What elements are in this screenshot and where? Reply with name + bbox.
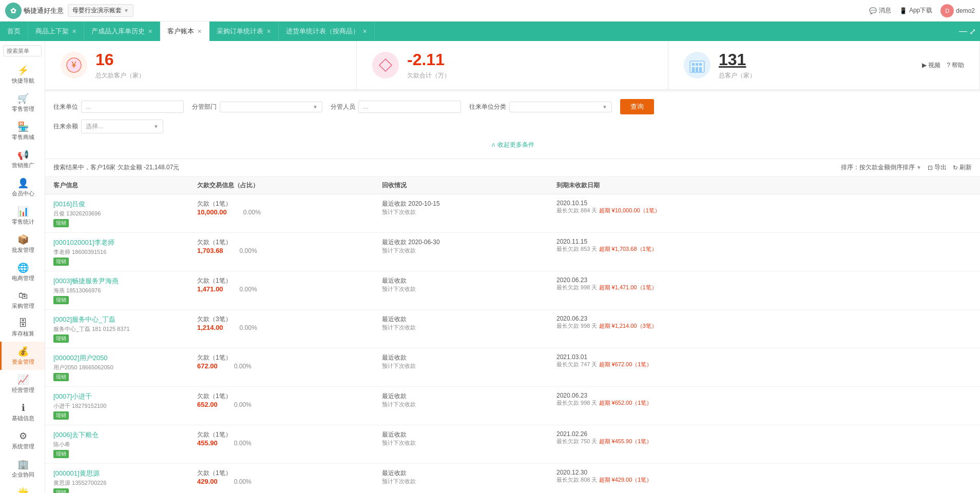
message-btn[interactable]: 💬 消息 <box>869 6 891 15</box>
debt-info-cell: 欠款（1笔） 672.00 0.00% <box>197 353 382 370</box>
overdue-days: 最长欠款 998 天 超期 ¥1,214.00（3笔） <box>556 322 972 330</box>
sidebar-item-inventory[interactable]: 🗄 库存核算 <box>0 314 45 342</box>
sidebar-search-area <box>0 41 45 61</box>
nav-collapse-btn[interactable]: — <box>959 27 967 36</box>
overdue-link[interactable]: 超期 ¥10,000.00（1笔） <box>599 207 660 213</box>
tab-home[interactable]: 首页 <box>0 22 28 41</box>
sidebar-item-label: 营销推广 <box>12 162 34 169</box>
sidebar-item-operations[interactable]: 📈 经营管理 <box>0 370 45 398</box>
filter-dept: 分管部门 ▼ <box>192 102 322 112</box>
sidebar-item-label: 零售管理 <box>12 105 34 113</box>
user-avatar-btn[interactable]: D demo2 <box>940 4 975 17</box>
debt-ratio: 0.00% <box>234 401 252 408</box>
from-unit-value: ... <box>86 103 91 110</box>
tab-produce-history[interactable]: 产成品入库单历史 ✕ <box>84 22 160 41</box>
close-icon[interactable]: ✕ <box>148 28 152 35</box>
customer-name[interactable]: [0006]去下粮仓 <box>53 430 197 440</box>
app-download-btn[interactable]: 📱 App下载 <box>899 6 932 15</box>
debt-info-cell: 欠款（1笔） 1,471.00 0.00% <box>197 277 382 293</box>
sidebar-item-system[interactable]: ⚙ 系统管理 <box>0 426 45 455</box>
from-unit-input[interactable]: ... <box>81 101 184 113</box>
retail-store-icon: 🏪 <box>17 121 29 132</box>
collapse-filter-btn[interactable]: ∧ 收起更多条件 <box>53 139 972 151</box>
sidebar-item-new-guide[interactable]: 🌟 新手引导 <box>0 483 45 493</box>
sidebar-item-enterprise[interactable]: 🏢 企业协同 <box>0 455 45 483</box>
search-button[interactable]: 查询 <box>620 99 654 114</box>
due-date: 2020.11.15 <box>556 238 972 245</box>
table-row: [0003]畅捷服务尹海燕 海燕 18513066976 现销 欠款（1笔） 1… <box>45 271 980 310</box>
sidebar-item-retail-mgmt[interactable]: 🛒 零售管理 <box>0 89 45 117</box>
balance-select[interactable]: 选择... ▼ <box>81 120 163 133</box>
overdue-link[interactable]: 超期 ¥652.00（1笔） <box>599 400 652 406</box>
col-collection: 回收情况 <box>382 181 556 190</box>
customer-tag: 现销 <box>53 334 69 343</box>
overdue-link[interactable]: 超期 ¥429.00（1笔） <box>599 477 652 483</box>
close-icon[interactable]: ✕ <box>197 28 202 35</box>
balance-value: 选择... <box>86 122 103 131</box>
unit-category-select[interactable]: ▼ <box>509 102 612 112</box>
customer-name[interactable]: [0002]服务中心_丁磊 <box>53 315 197 324</box>
search-input[interactable] <box>3 45 42 56</box>
svg-rect-5 <box>696 63 698 66</box>
debt-amount: 455.90 <box>197 439 218 447</box>
manager-input[interactable]: ... <box>358 101 461 113</box>
sort-label: 排序：按欠款金额倒序排序 ▼ <box>841 163 921 172</box>
sidebar-item-capital[interactable]: 💰 资金管理 <box>0 342 45 370</box>
customer-name[interactable]: [000002]用户2050 <box>53 353 197 363</box>
overdue-link[interactable]: 超期 ¥455.90（1笔） <box>599 438 652 444</box>
sidebar-item-retail-store[interactable]: 🏪 零售商城 <box>0 117 45 145</box>
customer-info-cell: [000002]用户2050 用户2050 18665062050 现销 <box>53 353 197 381</box>
tab-incoming-stats[interactable]: 进货单统计表（按商品） ✕ <box>279 22 375 41</box>
refresh-btn[interactable]: ↻ 刷新 <box>953 163 972 172</box>
customer-name[interactable]: [0016]吕俊 <box>53 200 197 209</box>
close-icon[interactable]: ✕ <box>266 28 271 35</box>
due-date: 2020.06.23 <box>556 277 972 284</box>
table-row: [000001]黄思源 黄思源 13552700226 现销 欠款（1笔） 42… <box>45 464 980 493</box>
yuan-icon: ¥ <box>61 52 87 78</box>
customer-sub: 李老师 18600391516 <box>53 248 197 256</box>
sidebar-item-basic-info[interactable]: ℹ 基础信息 <box>0 398 45 426</box>
sidebar-item-ecommerce[interactable]: 🌐 电商管理 <box>0 258 45 286</box>
overdue-link[interactable]: 超期 ¥1,214.00（3笔） <box>599 323 657 329</box>
customer-name[interactable]: [0007]小进千 <box>53 392 197 401</box>
tab-products-off[interactable]: 商品上下架 ✕ <box>28 22 84 41</box>
debt-ratio: 0.00% <box>234 363 252 370</box>
sidebar-item-member-center[interactable]: 👤 会员中心 <box>0 173 45 202</box>
overdue-days: 最长欠款 747 天 超期 ¥672.00（1笔） <box>556 361 972 368</box>
store-selector[interactable]: 母婴行业演示账套 ▼ <box>68 4 133 17</box>
nav-expand-btn[interactable]: ⤢ <box>969 27 976 36</box>
customer-name[interactable]: [0001020001]李老师 <box>53 238 197 247</box>
ecommerce-icon: 🌐 <box>17 262 29 273</box>
dept-label: 分管部门 <box>192 103 217 111</box>
tab-purchase-stats[interactable]: 采购订单统计表 ✕ <box>209 22 279 41</box>
mobile-icon: 📱 <box>899 7 907 14</box>
overdue-link[interactable]: 超期 ¥672.00（1笔） <box>599 361 652 367</box>
sidebar-item-quick-nav[interactable]: ⚡ 快捷导航 <box>0 61 45 89</box>
close-icon[interactable]: ✕ <box>72 28 76 35</box>
dept-select[interactable]: ▼ <box>220 102 322 112</box>
debt-ratio: 0.00% <box>240 286 257 293</box>
sidebar-item-retail-stats[interactable]: 📊 零售统计 <box>0 202 45 230</box>
help-btn[interactable]: ? 帮助 <box>947 61 964 70</box>
tab-purchase-stats-label: 采购订单统计表 <box>217 27 263 36</box>
last-collection: 最近收款 <box>382 469 556 478</box>
chevron-down-icon: ▼ <box>124 8 129 13</box>
tab-customer-account[interactable]: 客户账本 ✕ <box>160 22 209 41</box>
sidebar-item-batch-mgmt[interactable]: 📦 批发管理 <box>0 230 45 258</box>
customer-name[interactable]: [000001]黄思源 <box>53 469 197 478</box>
customer-tag: 现销 <box>53 258 69 266</box>
customer-sub: 服务中心_丁磊 181 0125 8371 <box>53 325 197 333</box>
purchase-icon: 🛍 <box>18 290 28 301</box>
sidebar-item-purchase[interactable]: 🛍 采购管理 <box>0 286 45 314</box>
svg-rect-8 <box>696 67 698 72</box>
debt-info-cell: 欠款（3笔） 1,214.00 0.00% <box>197 315 382 331</box>
overdue-link[interactable]: 超期 ¥1,471.00（1笔） <box>599 284 657 290</box>
video-btn[interactable]: ▶ 视频 <box>922 61 940 70</box>
sidebar-item-marketing[interactable]: 📢 营销推广 <box>0 145 45 173</box>
close-icon[interactable]: ✕ <box>362 28 367 35</box>
chevron-down-icon: ▼ <box>313 104 318 110</box>
overdue-link[interactable]: 超期 ¥1,703.68（1笔） <box>599 246 657 252</box>
store-label: 母婴行业演示账套 <box>72 6 122 15</box>
customer-name[interactable]: [0003]畅捷服务尹海燕 <box>53 277 197 286</box>
export-btn[interactable]: ⊡ 导出 <box>928 163 947 172</box>
